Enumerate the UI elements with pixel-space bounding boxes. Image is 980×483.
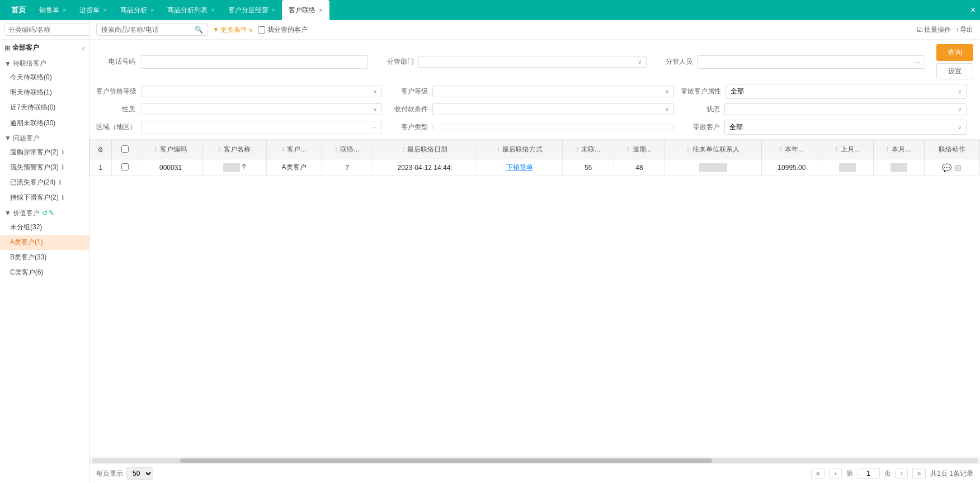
sidebar-item-class-c[interactable]: C类客户(6)	[0, 265, 89, 280]
my-customers-filter[interactable]: 我分管的客户	[258, 25, 308, 35]
col-this-month[interactable]: ⁞ 本月...	[873, 140, 924, 159]
close-contact-tab[interactable]: ×	[319, 7, 322, 13]
close-segment-tab[interactable]: ×	[272, 7, 275, 13]
filter-row-2: 客户价格等级 ∨ 客户等级 ∨ 零散客户属性 全部	[96, 84, 973, 99]
col-last-month[interactable]: ⁞ 上月...	[822, 140, 873, 159]
select-all-checkbox[interactable]	[121, 145, 129, 153]
close-purchase-tab[interactable]: ×	[103, 7, 106, 13]
sidebar-item-tomorrow[interactable]: 明天待联络(1)	[0, 85, 89, 100]
row-checkbox[interactable]	[121, 163, 129, 171]
sidebar-item-ungroup[interactable]: 未分组(32)	[0, 220, 89, 235]
drag-handle: ⁞	[497, 145, 500, 153]
scrollbar-thumb[interactable]	[180, 458, 712, 463]
nav-home[interactable]: 首页	[4, 0, 32, 20]
customer-level-select[interactable]: ∨	[432, 86, 675, 97]
sidebar: 🔍 ⊞ 全部客户 ‹ ▼ 待联络客户 今天待联络(0) 明天待联络(1) 近7天…	[0, 20, 89, 483]
first-page-btn[interactable]: «	[811, 468, 825, 479]
footer-right: « ‹ 第 页 › » 共1页 1条记录	[811, 468, 973, 479]
col-settings[interactable]: ⚙	[90, 140, 112, 159]
group-value-customers[interactable]: ▼ 价值客户 ↺ ✎	[0, 206, 89, 220]
batch-op-btn[interactable]: ☑ 批量操作	[917, 25, 951, 35]
nav-tab-analysis[interactable]: 商品分析 ×	[114, 0, 161, 20]
payment-select[interactable]: ∨	[432, 103, 675, 115]
sidebar-item-class-b[interactable]: B类客户(33)	[0, 250, 89, 265]
col-last-method[interactable]: ⁞ 最后联络方式	[477, 140, 563, 159]
col-name[interactable]: ⁞ 客户名称	[202, 140, 266, 159]
close-analysis-tab[interactable]: ×	[150, 7, 154, 13]
cell-this-year: 10995.00	[761, 159, 822, 176]
table-footer: 每页显示 50 « ‹ 第 页 › » 共1页 1条记录	[89, 463, 980, 483]
sidebar-item-class-a[interactable]: A类客户(1)	[0, 235, 89, 250]
close-sales-tab[interactable]: ×	[63, 7, 66, 13]
sidebar-item-churn-warning[interactable]: 流失预警客户(3) ℹ	[0, 160, 89, 175]
row-actions: 💬 ⊞	[929, 163, 975, 172]
cell-contact: 7	[322, 159, 373, 176]
sidebar-item-overdue[interactable]: 逾期未联络(30)	[0, 116, 89, 131]
price-level-select[interactable]: ∨	[141, 86, 382, 97]
query-button[interactable]: 查询	[936, 44, 973, 61]
sidebar-item-declining[interactable]: 持续下滑客户(2) ℹ	[0, 190, 89, 205]
more-icon[interactable]: ···	[371, 124, 377, 131]
col-type[interactable]: ⁞ 客户...	[266, 140, 322, 159]
filter-retail-customer: 零散客户 全部 ∨	[681, 120, 973, 135]
nav-tab-customer-segment[interactable]: 客户分层经营 ×	[222, 0, 282, 20]
prev-page-btn[interactable]: ‹	[830, 468, 842, 479]
more-conditions-btn[interactable]: ▼ 更多条件 ∨	[213, 25, 253, 35]
status-select[interactable]: ∨	[724, 103, 967, 115]
retail-attr-select[interactable]: 全部 ∨	[725, 84, 967, 99]
last-method-link[interactable]: 下销货单	[506, 163, 533, 171]
horizontal-scrollbar[interactable]	[89, 457, 980, 463]
qrcode-icon[interactable]: ⊞	[955, 163, 962, 172]
export-btn[interactable]: ↑ 导出	[955, 25, 973, 35]
all-customers-header[interactable]: ⊞ 全部客户 ‹	[0, 40, 89, 56]
edit-icon[interactable]: ✎	[49, 209, 54, 217]
sidebar-item-today[interactable]: 今天待联络(0)	[0, 70, 89, 85]
person-select[interactable]: ···	[697, 55, 925, 69]
nav-tab-sales[interactable]: 销售单 ×	[32, 0, 73, 20]
col-unit-contact[interactable]: ⁞ 往来单位联系人	[665, 140, 761, 159]
page-size-select[interactable]: 50	[126, 467, 153, 480]
settings-button[interactable]: 设置	[936, 63, 973, 79]
col-contact[interactable]: ⁞ 联络...	[322, 140, 373, 159]
page-number-input[interactable]	[858, 468, 880, 479]
filter-customer-type: 客户类型	[389, 122, 681, 132]
sidebar-item-hoarding[interactable]: 囤购异常客户(2) ℹ	[0, 145, 89, 160]
group-pending-contact[interactable]: ▼ 待联络客户	[0, 56, 89, 70]
col-overdue[interactable]: ⁞ 逾期...	[614, 140, 665, 159]
chevron-down-icon: ∨	[373, 106, 377, 112]
more-icon[interactable]: ···	[915, 58, 920, 66]
close-all-tabs[interactable]: ×	[970, 5, 976, 15]
col-not-contacted[interactable]: ⁞ 未联...	[563, 140, 614, 159]
nature-select[interactable]: ∨	[140, 103, 382, 115]
region-select[interactable]: ···	[141, 121, 382, 134]
col-this-year[interactable]: ⁞ 本年...	[761, 140, 822, 159]
customer-type-select[interactable]	[432, 125, 675, 130]
chevron-down-icon: ∨	[665, 106, 669, 112]
close-analysis-list-tab[interactable]: ×	[211, 7, 214, 13]
settings-col-icon[interactable]: ⚙	[97, 146, 103, 154]
collapse-icon[interactable]: ‹	[82, 44, 84, 52]
chat-icon[interactable]: 💬	[942, 163, 951, 172]
retail-customer-select[interactable]: 全部 ∨	[724, 120, 967, 135]
col-last-date[interactable]: ⁞ 最后联络日期	[373, 140, 477, 159]
sidebar-item-churned[interactable]: 已流失客户(24) ℹ	[0, 175, 89, 190]
drag-handle: ⁞	[154, 145, 157, 153]
nav-tab-customer-contact[interactable]: 客户联络 ×	[282, 0, 329, 20]
sidebar-search-area: 🔍	[0, 20, 89, 40]
filter-search-input[interactable]	[101, 26, 195, 34]
col-code[interactable]: ⁞ 客户编码	[139, 140, 202, 159]
nav-tab-purchase[interactable]: 进货单 ×	[73, 0, 113, 20]
cell-action: 💬 ⊞	[924, 159, 979, 176]
phone-input[interactable]	[140, 55, 368, 69]
my-customers-checkbox[interactable]	[258, 26, 265, 34]
last-page-btn[interactable]: »	[912, 468, 926, 479]
top-nav: 首页 销售单 × 进货单 × 商品分析 × 商品分析列表 × 客户分层经营 × …	[0, 0, 980, 20]
sidebar-item-7days[interactable]: 近7天待联络(0)	[0, 100, 89, 115]
filter-search-icon[interactable]: 🔍	[195, 26, 203, 34]
group-problem-customers[interactable]: ▼ 问题客户	[0, 131, 89, 145]
dept-select[interactable]: ∨	[418, 56, 647, 68]
nav-tab-analysis-list[interactable]: 商品分析列表 ×	[161, 0, 221, 20]
sidebar-search-input[interactable]	[4, 23, 89, 36]
refresh-icon[interactable]: ↺	[42, 209, 48, 217]
next-page-btn[interactable]: ›	[896, 468, 908, 479]
